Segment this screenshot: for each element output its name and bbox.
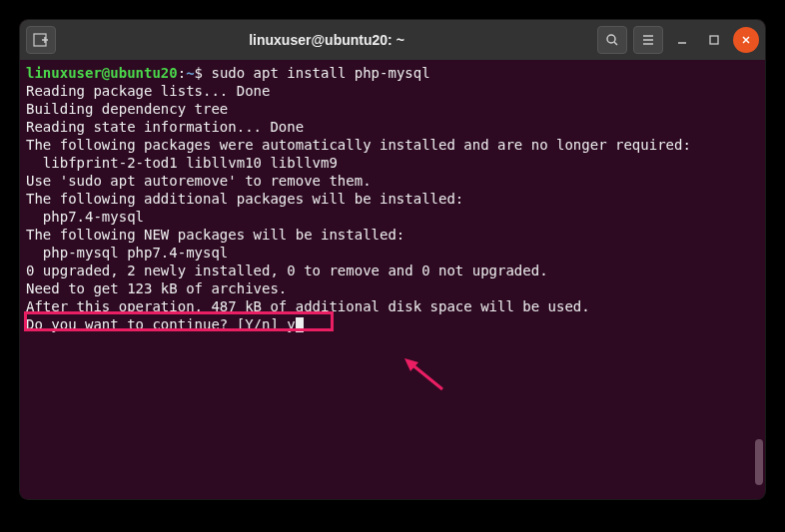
output-line: Reading package lists... Done <box>26 83 270 99</box>
minimize-button[interactable] <box>669 27 695 53</box>
output-line: After this operation, 487 kB of addition… <box>26 298 590 314</box>
cursor-icon <box>296 317 304 332</box>
continue-prompt: Do you want to continue? [Y/n] y <box>26 316 296 332</box>
output-line: The following packages were automaticall… <box>26 137 691 153</box>
terminal-body[interactable]: linuxuser@ubuntu20:~$ sudo apt install p… <box>20 60 765 499</box>
output-line: Use 'sudo apt autoremove' to remove them… <box>26 173 372 189</box>
titlebar: linuxuser@ubuntu20: ~ <box>20 20 765 60</box>
output-line: The following additional packages will b… <box>26 191 463 207</box>
output-line: Need to get 123 kB of archives. <box>26 280 287 296</box>
prompt-path: ~ <box>186 65 194 81</box>
output-line: libfprint-2-tod1 libllvm10 libllvm9 <box>26 155 338 171</box>
output-line: Building dependency tree <box>26 101 228 117</box>
command-text: sudo apt install php-mysql <box>211 65 429 81</box>
svg-line-4 <box>614 42 617 45</box>
new-tab-button[interactable] <box>26 26 56 54</box>
prompt-user-host: linuxuser@ubuntu20 <box>26 65 178 81</box>
scrollbar-thumb[interactable] <box>755 439 763 485</box>
output-line: php7.4-mysql <box>26 209 144 225</box>
close-button[interactable] <box>733 27 759 53</box>
svg-marker-13 <box>404 358 418 371</box>
svg-rect-9 <box>710 36 718 44</box>
output-line: php-mysql php7.4-mysql <box>26 245 228 261</box>
window-title: linuxuser@ubuntu20: ~ <box>62 32 591 48</box>
menu-button[interactable] <box>633 26 663 54</box>
output-line: 0 upgraded, 2 newly installed, 0 to remo… <box>26 263 548 278</box>
output-line: Reading state information... Done <box>26 119 304 135</box>
svg-point-3 <box>607 35 615 43</box>
output-line: The following NEW packages will be insta… <box>26 227 404 243</box>
maximize-button[interactable] <box>701 27 727 53</box>
annotation-arrow-icon <box>350 337 450 417</box>
search-button[interactable] <box>597 26 627 54</box>
terminal-window: linuxuser@ubuntu20: ~ linuxuser@ubuntu20… <box>20 20 765 499</box>
svg-line-12 <box>410 363 442 389</box>
